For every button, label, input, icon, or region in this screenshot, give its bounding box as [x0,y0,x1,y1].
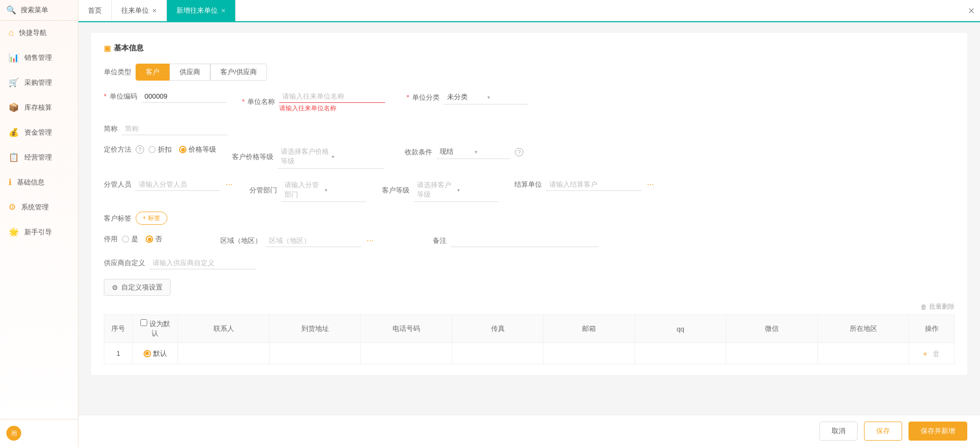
region-input[interactable] [266,234,361,247]
short-name-label: 简称 [104,124,118,134]
cancel-button[interactable]: 取消 [819,422,858,441]
short-name-field: 简称 [104,122,228,135]
payment-terms-field: 收款条件 现结 ▾ ? [405,145,523,159]
settlement-unit-input[interactable] [546,178,642,191]
sidebar-item-finance[interactable]: 💰 资金管理 [0,120,78,145]
payment-terms-tooltip-icon[interactable]: ? [515,148,523,156]
row-email[interactable] [544,343,635,364]
radio-discount-label: 折扣 [158,145,172,154]
row-qq[interactable] [635,343,726,364]
dept-select[interactable]: 请输入分管部门 ▾ [281,178,366,202]
save-button[interactable]: 保存 [864,422,902,441]
type-btn-customer[interactable]: 客户 [136,64,170,81]
row-contact-input[interactable] [186,347,261,360]
unit-code-input[interactable] [141,90,226,103]
sidebar-item-guide[interactable]: 🌟 新手引导 [0,220,78,244]
close-tab-contacts-icon[interactable]: ✕ [152,7,157,14]
row-address-input[interactable] [278,347,352,360]
supplier-custom-row: 供应商自定义 [104,257,955,269]
row-region-input[interactable] [826,347,901,360]
unit-category-select[interactable]: 未分类 ▾ [444,90,529,104]
unit-name-col: 请输入往来单位名称 [279,90,385,113]
radio-yes-circle [122,235,129,243]
type-btn-both[interactable]: 客户/供应商 [210,64,267,81]
row-add-button[interactable]: + [921,349,929,358]
payment-terms-select[interactable]: 现结 ▾ [436,145,511,159]
radio-price-level-circle [179,146,186,153]
row-seq: 1 [104,343,133,364]
row-contact[interactable] [178,343,270,364]
row-wechat[interactable] [726,343,818,364]
remark-field: 备注 [433,234,599,247]
tag-add-label: + 标签 [142,214,161,223]
col-header-phone: 电话号码 [361,315,452,343]
unit-type-btn-group: 客户 供应商 客户/供应商 [136,64,267,81]
row-phone-input[interactable] [369,347,443,360]
coin-icon: 💰 [8,127,19,137]
tab-home[interactable]: 首页 [78,0,112,21]
manager-more-icon[interactable]: ··· [225,180,234,189]
row-wechat-input[interactable] [735,347,809,360]
sidebar-item-operations[interactable]: 📋 经营管理 [0,145,78,170]
manager-input[interactable] [136,178,220,191]
customer-level-select[interactable]: 请选择客户等级 ▾ [414,178,498,202]
type-btn-supplier[interactable]: 供应商 [170,64,210,81]
col-header-addr: 到货地址 [269,315,361,343]
dept-label: 分管部门 [250,186,277,195]
radio-price-level[interactable]: 价格等级 [179,145,216,154]
sidebar-item-sales[interactable]: 📊 销售管理 [0,45,78,70]
row-address[interactable] [269,343,361,364]
close-tab-new-contact-icon[interactable]: ✕ [221,7,226,14]
region-more-icon[interactable]: ··· [366,236,375,246]
radio-no[interactable]: 否 [146,234,162,244]
row-email-input[interactable] [552,347,626,360]
select-all-checkbox[interactable] [140,319,147,326]
tab-contacts-label: 往来单位 [121,6,149,15]
tag-add-button[interactable]: + 标签 [136,212,167,225]
sidebar-item-label: 基础信息 [17,178,44,187]
radio-yes[interactable]: 是 [122,234,138,244]
sidebar-search[interactable]: 🔍 搜索菜单 [0,0,78,21]
settings-icon: ⚙ [8,202,16,212]
customize-settings-button[interactable]: ⚙ 自定义项设置 [104,279,171,296]
row-fax-input[interactable] [461,347,535,360]
sidebar-item-purchase[interactable]: 🛒 采购管理 [0,70,78,95]
row-fax[interactable] [452,343,544,364]
gear-icon: ⚙ [112,284,118,292]
radio-no-circle [146,235,153,243]
sidebar-item-inventory[interactable]: 📦 库存核算 [0,95,78,120]
pricing-tooltip-icon[interactable]: ? [136,145,144,154]
manager-row: 分管人员 ··· 分管部门 请输入分管部门 ▾ 客户等级 请选择客户等级 ▾ [104,178,955,202]
tab-contacts[interactable]: 往来单位 ✕ [112,0,167,21]
supplier-custom-input[interactable] [149,257,255,269]
batch-delete-button[interactable]: 🗑 批量删除 [921,302,955,311]
sidebar-item-home[interactable]: ⌂ 快捷导航 [0,21,78,45]
row-phone[interactable] [361,343,452,364]
chart-icon: 📊 [8,52,19,63]
save-and-new-button[interactable]: 保存并新增 [908,422,967,441]
radio-discount[interactable]: 折扣 [148,145,172,154]
tab-new-contact[interactable]: 新增往来单位 ✕ [167,0,236,21]
sidebar-item-basic-info[interactable]: ℹ 基础信息 [0,170,78,195]
payment-terms-value: 现结 [440,147,473,156]
row-default-radio[interactable]: 默认 [138,349,173,358]
short-name-input[interactable] [122,122,228,135]
settlement-unit-more-icon[interactable]: ··· [646,180,655,189]
supplier-custom-field: 供应商自定义 [104,257,255,269]
col-header-region: 所在地区 [817,315,909,343]
home-icon: ⌂ [8,28,14,38]
row-delete-button[interactable]: 🗑 [931,349,942,358]
row-region[interactable] [817,343,909,364]
contacts-table: 序号 设为默认 联系人 到货地址 电话号码 传真 邮箱 qq 微信 所在地区 [104,314,955,364]
manager-label: 分管人员 [104,180,131,189]
close-window-button[interactable]: ✕ [968,6,975,16]
row-qq-input[interactable] [644,347,718,360]
sidebar-item-label: 经营管理 [24,153,52,162]
unit-name-input[interactable] [279,90,385,103]
sidebar-item-system[interactable]: ⚙ 系统管理 [0,195,78,220]
remark-input[interactable] [451,234,599,247]
customer-price-level-field: 客户价格等级 请选择客户价格等级 ▾ [232,145,384,169]
customer-price-level-select[interactable]: 请选择客户价格等级 ▾ [278,145,384,169]
table-row: 1 默认 [104,343,955,364]
guide-icon: 🌟 [8,227,19,237]
